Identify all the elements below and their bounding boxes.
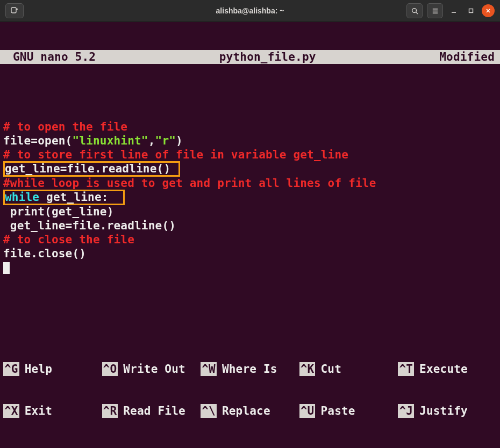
shortcut-key: ^G (3, 362, 19, 376)
code-keyword: while (5, 191, 39, 204)
footer-row: ^GHelp ^OWrite Out ^WWhere Is ^KCut ^TEx… (3, 362, 497, 376)
code-line: # to open the file (3, 120, 127, 133)
shortcut-paste: ^UPaste (299, 404, 398, 418)
terminal-area[interactable]: GNU nano 5.2 python_file.py Modified # t… (0, 22, 500, 330)
shortcut-help: ^GHelp (3, 362, 102, 376)
editor-content[interactable]: # to open the file file=open("linuxhint"… (0, 106, 500, 288)
shortcut-label: Write Out (123, 362, 185, 376)
minimize-icon (451, 8, 457, 14)
svg-line-2 (416, 12, 418, 14)
code-line: get_line=file.readline() (3, 219, 176, 232)
shortcut-key: ^K (299, 362, 316, 376)
maximize-icon (468, 8, 474, 14)
shortcut-key: ^W (201, 362, 217, 376)
search-button[interactable] (406, 3, 423, 18)
shortcut-justify: ^JJustify (398, 404, 497, 418)
new-tab-button[interactable] (5, 3, 24, 18)
nano-header: GNU nano 5.2 python_file.py Modified (0, 50, 500, 64)
shortcut-label: Read File (123, 404, 185, 418)
nano-app-name: GNU nano 5.2 (3, 50, 96, 64)
code-line: get_line=file.readline() (5, 162, 170, 175)
shortcut-label: Execute (419, 362, 468, 376)
code-string: "r" (155, 134, 176, 147)
search-icon (411, 7, 419, 15)
highlight-box: get_line=file.readline() (3, 161, 180, 177)
shortcut-label: Help (25, 362, 52, 376)
svg-point-1 (412, 8, 416, 12)
code-string: "linuxhint" (72, 134, 148, 147)
menu-button[interactable] (427, 3, 443, 18)
shortcut-execute: ^TExecute (398, 362, 497, 376)
shortcut-key: ^T (398, 362, 414, 376)
shortcut-label: Where Is (222, 362, 277, 376)
code-line: print(get_line) (3, 205, 114, 218)
hamburger-icon (431, 7, 439, 15)
shortcut-cut: ^KCut (299, 362, 398, 376)
shortcut-replace: ^\Replace (201, 404, 299, 418)
code-line: file=open( (3, 134, 72, 147)
nano-footer: ^GHelp ^OWrite Out ^WWhere Is ^KCut ^TEx… (3, 334, 497, 446)
window-titlebar: alishba@alishba: ~ (0, 0, 500, 22)
svg-rect-7 (469, 9, 473, 13)
shortcut-key: ^O (102, 362, 118, 376)
window-maximize-button[interactable] (465, 4, 477, 17)
code-line: ) (176, 134, 183, 147)
code-line: get_line: (39, 191, 108, 204)
window-close-button[interactable] (482, 4, 495, 17)
shortcut-readfile: ^RRead File (102, 404, 201, 418)
shortcut-label: Cut (320, 362, 341, 376)
code-line: # to store first line of file in variabl… (3, 148, 348, 161)
svg-rect-0 (11, 8, 16, 13)
new-tab-icon (10, 6, 19, 15)
highlight-box: while get_line: (3, 190, 125, 205)
shortcut-label: Paste (320, 404, 355, 418)
shortcut-label: Replace (222, 404, 270, 418)
code-line: # to close the file (3, 233, 134, 246)
code-line: , (148, 134, 155, 147)
shortcut-key: ^U (299, 404, 316, 418)
shortcut-exit: ^XExit (3, 404, 102, 418)
shortcut-label: Exit (25, 404, 52, 418)
window-minimize-button[interactable] (447, 4, 460, 17)
shortcut-key: ^\ (201, 404, 217, 418)
nano-filename: python_file.py (96, 50, 439, 64)
shortcut-key: ^R (102, 404, 118, 418)
code-line: file.close() (3, 247, 86, 260)
footer-row: ^XExit ^RRead File ^\Replace ^UPaste ^JJ… (3, 404, 497, 418)
shortcut-key: ^X (3, 404, 19, 418)
shortcut-whereis: ^WWhere Is (201, 362, 299, 376)
code-line: #while loop is used to get and print all… (3, 177, 376, 190)
close-icon (485, 8, 491, 14)
cursor (3, 262, 10, 274)
shortcut-label: Justify (419, 404, 468, 418)
shortcut-writeout: ^OWrite Out (102, 362, 201, 376)
shortcut-key: ^J (398, 404, 414, 418)
nano-status: Modified (439, 50, 497, 64)
